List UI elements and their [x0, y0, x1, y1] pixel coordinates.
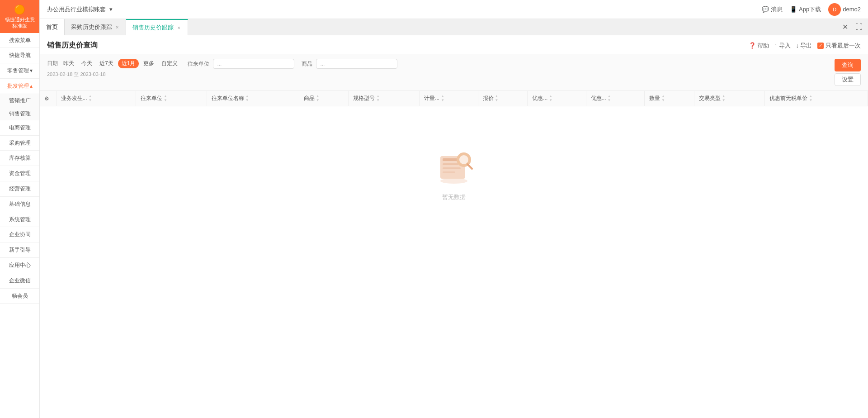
import-action[interactable]: ↑ 导入: [774, 42, 791, 50]
sort-asc-icon: ▲: [441, 95, 444, 98]
tab-sales-history[interactable]: 销售历史价跟踪 ×: [126, 19, 188, 35]
user-profile-action[interactable]: D demo2: [828, 3, 861, 16]
export-icon: ↓: [796, 42, 799, 49]
sort-asc-icon: ▲: [316, 95, 320, 98]
sort-arrows[interactable]: ▲ ▼: [164, 95, 167, 102]
date-btn-yesterday[interactable]: 昨天: [61, 59, 77, 68]
sort-asc-icon: ▲: [809, 95, 812, 98]
message-action[interactable]: 💬 消息: [762, 5, 783, 14]
sidebar-item-label: 销售管理: [9, 110, 31, 117]
date-btn-today[interactable]: 今天: [79, 59, 95, 68]
sort-asc-icon: ▲: [245, 95, 249, 98]
product-filter-select[interactable]: ...: [316, 59, 397, 69]
sidebar-item-marketing[interactable]: 营销推广: [0, 94, 39, 107]
gear-icon[interactable]: ⚙: [44, 95, 49, 102]
tab-home[interactable]: 首页: [40, 19, 65, 35]
data-table: ⚙ 业务发生... ▲ ▼: [40, 91, 868, 238]
sidebar: 🟠 畅捷通好生意 标准版 搜索菜单 快捷导航 零售管理 ▾ 批发管理 ▴ 营销推…: [0, 0, 40, 418]
sort-arrows[interactable]: ▲ ▼: [89, 95, 92, 102]
sort-asc-icon: ▲: [376, 95, 380, 98]
col-quote: 报价 ▲ ▼: [478, 91, 528, 106]
sidebar-item-inventory[interactable]: 库存核算: [0, 151, 39, 166]
svg-rect-5: [443, 171, 455, 173]
sort-desc-icon: ▼: [661, 99, 665, 102]
app-logo: 🟠 畅捷通好生意 标准版: [0, 0, 39, 33]
product-filter-placeholder: ...: [320, 61, 325, 67]
sidebar-item-label: 应用中心: [9, 262, 31, 268]
sort-arrows[interactable]: ▲ ▼: [608, 95, 611, 102]
partner-filter-select[interactable]: ...: [213, 59, 294, 69]
col-discount1: 优惠... ▲ ▼: [528, 91, 586, 106]
close-tab-sales-icon[interactable]: ×: [176, 24, 181, 31]
sort-asc-icon: ▲: [549, 95, 552, 98]
sidebar-item-label: 企业协同: [9, 231, 31, 238]
sidebar-item-finance[interactable]: 资金管理: [0, 166, 39, 181]
col-unit-label: 计量...: [424, 95, 439, 102]
page-title: 销售历史价查询: [47, 41, 98, 50]
logo-icon: 🟠: [14, 4, 25, 15]
date-quick-buttons: 昨天 今天 近7天 近1月 更多 自定义: [61, 59, 180, 68]
partner-filter-label: 往来单位: [188, 60, 209, 68]
sidebar-item-wecom[interactable]: 企业微信: [0, 273, 39, 289]
tab-window-actions: ✕ ⛶: [840, 21, 868, 33]
app-download-label: App下载: [799, 5, 821, 14]
sidebar-item-sales-mgmt[interactable]: 销售管理: [0, 107, 39, 120]
partner-filter-placeholder: ...: [217, 61, 222, 67]
sort-arrows[interactable]: ▲ ▼: [316, 95, 320, 102]
sidebar-item-purchase[interactable]: 采购管理: [0, 136, 39, 151]
close-tab-purchase-icon[interactable]: ×: [115, 24, 119, 30]
close-window-button[interactable]: ✕: [840, 21, 850, 33]
sort-arrows[interactable]: ▲ ▼: [245, 95, 249, 102]
workspace-label: 办公用品行业模拟账套: [47, 5, 106, 14]
settings-button[interactable]: 设置: [835, 73, 861, 86]
product-filter-label: 商品: [302, 60, 312, 68]
sort-arrows[interactable]: ▲ ▼: [549, 95, 552, 102]
col-settings[interactable]: ⚙: [40, 91, 56, 106]
sidebar-item-system[interactable]: 系统管理: [0, 212, 39, 228]
date-btn-last1month[interactable]: 近1月: [118, 59, 139, 68]
col-quantity: 数量 ▲ ▼: [644, 91, 694, 106]
sidebar-item-ecommerce[interactable]: 电商管理: [0, 120, 39, 136]
sidebar-item-label: 营销推广: [9, 97, 31, 104]
workspace-dropdown-button[interactable]: ▾: [109, 6, 113, 13]
help-action[interactable]: ❓ 帮助: [749, 42, 769, 50]
sidebar-item-wholesale[interactable]: 批发管理 ▴: [0, 79, 39, 94]
svg-point-7: [459, 155, 468, 164]
maximize-window-button[interactable]: ⛶: [854, 21, 864, 33]
sidebar-item-retail[interactable]: 零售管理 ▾: [0, 63, 39, 79]
sort-arrows[interactable]: ▲ ▼: [376, 95, 380, 102]
sort-desc-icon: ▼: [316, 99, 320, 102]
date-btn-more[interactable]: 更多: [141, 59, 157, 68]
sidebar-item-vip[interactable]: 畅会员: [0, 289, 39, 304]
date-btn-last7days[interactable]: 近7天: [97, 59, 116, 68]
date-range-text: 2023-02-18 至 2023-03-18: [47, 71, 106, 78]
query-button[interactable]: 查询: [835, 59, 861, 71]
workspace-selector[interactable]: 办公用品行业模拟账套 ▾: [47, 5, 113, 14]
sidebar-item-operation[interactable]: 经营管理: [0, 181, 39, 197]
col-pretax-price-label: 优惠前无税单价: [769, 95, 807, 102]
page-header: 销售历史价查询 ❓ 帮助 ↑ 导入 ↓ 导出 ✓ 只看最后一次: [40, 35, 868, 54]
only-last-checkbox[interactable]: ✓ 只看最后一次: [817, 42, 861, 50]
sidebar-item-app-center[interactable]: 应用中心: [0, 258, 39, 273]
sidebar-item-guide[interactable]: 新手引导: [0, 242, 39, 258]
col-partner-code-label: 往来单位: [141, 95, 162, 102]
sort-arrows[interactable]: ▲ ▼: [809, 95, 812, 102]
sort-desc-icon: ▼: [549, 99, 552, 102]
date-btn-custom[interactable]: 自定义: [159, 59, 180, 68]
col-trade-type: 交易类型 ▲ ▼: [694, 91, 765, 106]
sidebar-item-enterprise[interactable]: 企业协同: [0, 227, 39, 242]
sort-arrows[interactable]: ▲ ▼: [661, 95, 665, 102]
sidebar-item-label: 经营管理: [9, 185, 31, 192]
sidebar-item-search[interactable]: 搜索菜单: [0, 33, 39, 48]
tab-purchase-history[interactable]: 采购历史价跟踪 ×: [65, 19, 126, 35]
sidebar-item-quick-nav[interactable]: 快捷导航: [0, 48, 39, 63]
export-action[interactable]: ↓ 导出: [796, 42, 812, 50]
col-biz-date-label: 业务发生...: [61, 95, 87, 102]
sort-arrows[interactable]: ▲ ▼: [441, 95, 444, 102]
tab-home-label: 首页: [46, 23, 58, 31]
app-download-action[interactable]: 📱 App下载: [790, 5, 821, 14]
chevron-down-icon: ▾: [30, 67, 33, 75]
sort-arrows[interactable]: ▲ ▼: [495, 95, 499, 102]
sidebar-item-basic-info[interactable]: 基础信息: [0, 197, 39, 212]
sort-arrows[interactable]: ▲ ▼: [722, 95, 726, 102]
